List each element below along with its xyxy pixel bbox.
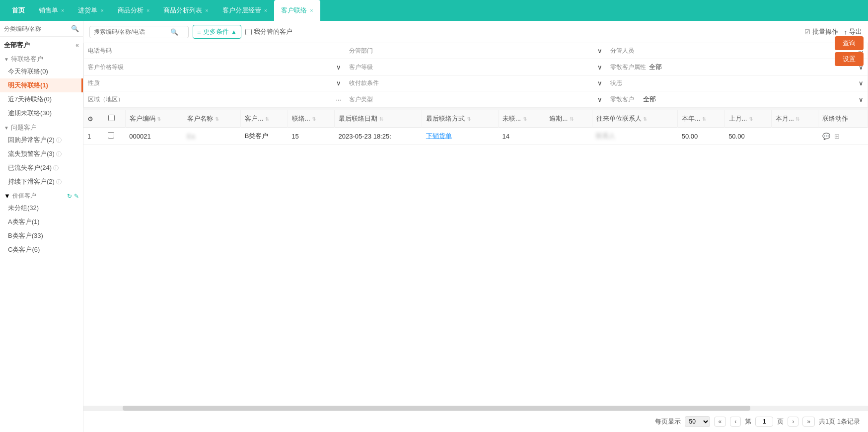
col-overdue-sort[interactable]: ⇅ — [570, 116, 574, 122]
nav-customer-contact[interactable]: 客户联络 × — [274, 0, 320, 21]
row-last-contact-method[interactable]: 下销货单 — [422, 128, 499, 145]
action-grid-icon[interactable]: ⊞ — [834, 133, 840, 140]
nav-sales-close[interactable]: × — [61, 7, 64, 13]
col-last-contact-date-sort[interactable]: ⇅ — [379, 116, 383, 122]
col-type-sort[interactable]: ⇅ — [265, 116, 269, 122]
my-customers-check[interactable]: 我分管的客户 — [245, 27, 292, 36]
nav-customer-tier-close[interactable]: × — [264, 7, 267, 13]
col-contact-count-sort[interactable]: ⇅ — [312, 116, 316, 122]
next-page-btn[interactable]: › — [788, 417, 798, 427]
export-btn[interactable]: ↑ 导出 — [844, 27, 863, 36]
setting-btn[interactable]: 设置 — [835, 52, 864, 66]
nav-customer-contact-close[interactable]: × — [310, 7, 313, 13]
col-this-year[interactable]: 本年... ⇅ — [678, 110, 724, 128]
sidebar-unclassified[interactable]: 未分组(32) — [0, 201, 83, 215]
filter-grid: 电话号码 分管部门 ∨ 分管人员 ··· 查询 设置 — [84, 43, 868, 108]
sidebar-declining-info: ⓘ — [56, 178, 62, 186]
col-overdue[interactable]: 逾期... ⇅ — [545, 110, 592, 128]
col-no-contact-sort[interactable]: ⇅ — [523, 116, 527, 122]
sidebar-7days-contact[interactable]: 近7天待联络(0) — [0, 92, 83, 106]
sidebar-today-contact[interactable]: 今天待联络(0) — [0, 65, 83, 78]
sidebar-search-icon[interactable]: 🔍 — [71, 25, 79, 32]
nav-goods-analysis-list-label: 商品分析列表 — [163, 6, 202, 15]
select-all-checkbox[interactable] — [108, 115, 115, 121]
nav-customer-tier[interactable]: 客户分层经营 × — [216, 0, 274, 21]
filter-status-value[interactable]: ∨ — [643, 79, 864, 87]
row-last-contact-method-link[interactable]: 下销货单 — [426, 132, 452, 140]
filter-nature-value[interactable]: ∨ — [121, 79, 341, 87]
sidebar-declining[interactable]: 持续下滑客户(2) ⓘ — [0, 175, 83, 189]
col-last-contact-method-sort[interactable]: ⇅ — [467, 116, 471, 122]
sidebar-overdue-contact[interactable]: 逾期未联络(30) — [0, 106, 83, 120]
col-this-year-sort[interactable]: ⇅ — [702, 116, 706, 122]
nav-goods-analysis-list-close[interactable]: × — [205, 7, 208, 13]
row-checkbox-input[interactable] — [108, 132, 114, 139]
col-unit-contact-sort[interactable]: ⇅ — [643, 116, 647, 122]
col-name[interactable]: 客户名称 ⇅ — [183, 110, 241, 128]
row-name[interactable]: Ea — [183, 128, 241, 145]
filter-payment-terms-value[interactable]: ∨ — [382, 79, 602, 87]
nav-goods-analysis[interactable]: 商品分析 × — [111, 0, 156, 21]
query-btn[interactable]: 查询 — [835, 36, 864, 50]
filter-phone: 电话号码 — [84, 43, 345, 59]
col-code-sort[interactable]: ⇅ — [157, 116, 161, 122]
filter-customer-type: 客户类型 ∨ — [345, 91, 606, 108]
sidebar-abnormal-repurchase-info: ⓘ — [56, 137, 62, 144]
action-chat-icon[interactable]: 💬 — [822, 133, 830, 140]
sidebar-all-customers[interactable]: 全部客户 « — [0, 37, 83, 52]
col-last-month-sort[interactable]: ⇅ — [749, 116, 753, 122]
sidebar-value-edit[interactable]: ✎ — [74, 193, 79, 200]
filter-retail-attr-value[interactable]: 全部∨ — [649, 63, 864, 72]
sidebar-churn-warning[interactable]: 流失预警客户(3) ⓘ — [0, 147, 83, 161]
col-this-month[interactable]: 本月... ⇅ — [772, 110, 818, 128]
search-input[interactable] — [94, 28, 168, 35]
my-customers-checkbox[interactable] — [245, 29, 252, 35]
row-last-contact-date: 2023-05-23 18:25: — [335, 128, 422, 145]
prev-page-btn[interactable]: ‹ — [730, 417, 741, 427]
col-this-month-sort[interactable]: ⇅ — [796, 116, 799, 122]
search-icon[interactable]: 🔍 — [170, 28, 178, 36]
batch-op-btn[interactable]: ☑ 批量操作 — [804, 27, 838, 36]
col-type[interactable]: 客户... ⇅ — [241, 110, 288, 128]
col-settings[interactable]: ⚙ — [83, 110, 104, 128]
col-code[interactable]: 客户编码 ⇅ — [125, 110, 183, 128]
col-contact-count[interactable]: 联络... ⇅ — [288, 110, 334, 128]
page-input[interactable] — [755, 417, 773, 427]
sidebar-churned[interactable]: 已流失客户(24) ⓘ — [0, 161, 83, 175]
row-checkbox[interactable] — [104, 128, 125, 145]
col-last-contact-date[interactable]: 最后联络日期 ⇅ — [335, 110, 422, 128]
sidebar-search-box: 🔍 — [0, 21, 83, 37]
col-unit-contact[interactable]: 往来单位联系人 ⇅ — [592, 110, 677, 128]
filter-retail-customer-value[interactable]: 全部∨ — [643, 95, 864, 104]
sidebar-class-a[interactable]: A类客户(1) — [0, 215, 83, 229]
nav-purchase-close[interactable]: × — [100, 7, 103, 13]
sidebar-class-c[interactable]: C类客户(6) — [0, 243, 83, 257]
sidebar-class-b[interactable]: B类客户(33) — [0, 229, 83, 243]
nav-purchase[interactable]: 进货单 × — [71, 0, 110, 21]
sidebar-tomorrow-contact[interactable]: 明天待联络(1) — [0, 78, 83, 92]
filter-customer-type-value[interactable]: ∨ — [382, 96, 602, 103]
filter-department-value[interactable]: ∨ — [382, 47, 602, 55]
sidebar-search-input[interactable] — [4, 25, 69, 32]
last-page-btn[interactable]: » — [802, 417, 815, 427]
sidebar-value-refresh[interactable]: ↻ — [67, 193, 72, 200]
nav-goods-analysis-close[interactable]: × — [146, 7, 149, 13]
first-page-btn[interactable]: « — [714, 417, 726, 427]
col-checkbox[interactable] — [104, 110, 125, 128]
nav-goods-analysis-list[interactable]: 商品分析列表 × — [156, 0, 215, 21]
col-last-contact-method[interactable]: 最后联络方式 ⇅ — [422, 110, 499, 128]
horizontal-scrollbar[interactable] — [83, 406, 868, 411]
filter-panel: 电话号码 分管部门 ∨ 分管人员 ··· 查询 设置 — [83, 43, 868, 108]
sidebar-collapse-icon[interactable]: « — [75, 42, 79, 49]
col-last-month[interactable]: 上月... ⇅ — [724, 110, 771, 128]
page-size-select[interactable]: 50 100 200 — [685, 416, 710, 427]
filter-customer-level-value[interactable]: ∨ — [382, 64, 602, 71]
nav-sales[interactable]: 销售单 × — [32, 0, 71, 21]
filter-customer-level-label: 客户等级 — [349, 63, 379, 72]
col-name-sort[interactable]: ⇅ — [215, 116, 219, 122]
filter-btn[interactable]: ≡ 更多条件 ▲ — [193, 25, 241, 39]
filter-price-level-value[interactable]: ∨ — [127, 64, 341, 71]
nav-home[interactable]: 首页 — [5, 0, 32, 21]
sidebar-abnormal-repurchase[interactable]: 回购异常客户(2) ⓘ — [0, 133, 83, 147]
col-no-contact[interactable]: 未联... ⇅ — [499, 110, 545, 128]
